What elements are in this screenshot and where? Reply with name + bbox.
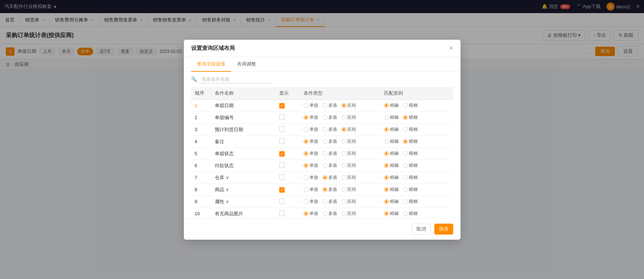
modal-tabs: 查询字段设置 布局调整 (184, 57, 461, 71)
modal-overlay: 设置查询区域布局 × 查询字段设置 布局调整 🔍 顺序 条件名称 (0, 0, 644, 70)
modal-title: 设置查询区域布局 (191, 45, 235, 52)
settings-modal: 设置查询区域布局 × 查询字段设置 布局调整 🔍 顺序 条件名称 (184, 40, 461, 71)
modal-close-button[interactable]: × (449, 45, 453, 51)
modal-tab-layout[interactable]: 布局调整 (231, 57, 262, 71)
modal-tab-query-fields[interactable]: 查询字段设置 (191, 57, 231, 71)
modal-header: 设置查询区域布局 × (184, 40, 461, 57)
